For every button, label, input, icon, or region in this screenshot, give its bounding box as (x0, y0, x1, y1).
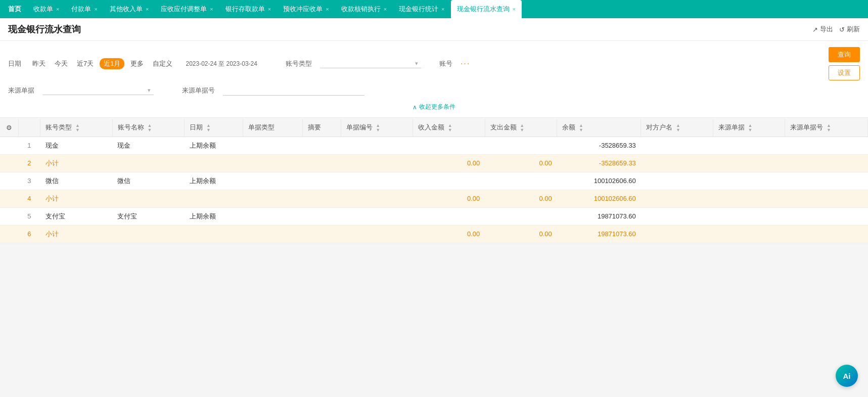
nav-close-ar-ap-adjust[interactable]: × (210, 0, 213, 18)
col-header-account-type[interactable]: 账号类型 ▲▼ (40, 119, 113, 137)
row-doc-no (341, 190, 413, 207)
col-header-doc-no[interactable]: 单据编号 ▲▼ (341, 119, 413, 137)
row-income (413, 172, 485, 190)
row-date: 上期余额 (185, 207, 243, 225)
nav-item-home[interactable]: 首页 (2, 0, 27, 18)
date-btn-更多[interactable]: 更多 (127, 58, 147, 69)
nav-close-payment[interactable]: × (94, 0, 97, 18)
row-gear (0, 154, 18, 172)
nav-item-payment[interactable]: 付款单× (65, 0, 103, 18)
nav-item-other-income[interactable]: 其他收入单× (104, 0, 155, 18)
row-source-doc (713, 154, 785, 172)
refresh-button[interactable]: ↺ 刷新 (839, 25, 860, 34)
date-btn-近1月[interactable]: 近1月 (100, 58, 124, 69)
nav-item-ar-ap-adjust[interactable]: 应收应付调整单× (155, 0, 219, 18)
nav-close-receipt-verify[interactable]: × (384, 0, 387, 18)
col-header-account-name[interactable]: 账号名称 ▲▼ (112, 119, 185, 137)
collapse-label: 收起更多条件 (419, 103, 455, 111)
nav-close-other-income[interactable]: × (146, 0, 149, 18)
account-type-arrow: ▾ (415, 60, 418, 67)
nav-close-cash-bank-stat[interactable]: × (441, 0, 444, 18)
row-summary (302, 137, 341, 154)
main-table: ⚙ 账号类型 ▲▼ 账号名称 ▲▼ 日期 ▲▼ 单据类型 摘要 单据编号 ▲▼ … (0, 119, 868, 243)
settings-button[interactable]: 设置 (829, 65, 860, 80)
row-summary (302, 172, 341, 190)
row-doc-no (341, 207, 413, 225)
row-income: 0.00 (413, 154, 485, 172)
date-quick-buttons: 昨天今天近7天近1月更多自定义 (29, 58, 175, 69)
nav-close-cash-bank-flow[interactable]: × (513, 0, 516, 18)
row-doc-no (341, 154, 413, 172)
table-header-row: ⚙ 账号类型 ▲▼ 账号名称 ▲▼ 日期 ▲▼ 单据类型 摘要 单据编号 ▲▼ … (0, 119, 868, 137)
col-header-expense[interactable]: 支出金额 ▲▼ (485, 119, 557, 137)
nav-item-advance-ar[interactable]: 预收冲应收单× (277, 0, 335, 18)
nav-item-cash-bank-stat[interactable]: 现金银行统计× (393, 0, 450, 18)
query-button[interactable]: 查询 (829, 47, 860, 62)
row-account-name: 支付宝 (112, 207, 185, 225)
row-income: 0.00 (413, 190, 485, 207)
col-header-doc-type: 单据类型 (243, 119, 303, 137)
nav-close-receipt[interactable]: × (56, 0, 59, 18)
col-header-source-doc-no[interactable]: 来源单据号 ▲▼ (785, 119, 868, 137)
date-btn-近7天[interactable]: 近7天 (74, 58, 97, 69)
nav-close-advance-ar[interactable]: × (326, 0, 329, 18)
row-doc-type (243, 154, 303, 172)
row-summary (302, 190, 341, 207)
row-income: 0.00 (413, 225, 485, 243)
collapse-bar[interactable]: ∧ 收起更多条件 (8, 101, 860, 113)
nav-item-bank-deposit[interactable]: 银行存取款单× (219, 0, 277, 18)
gear-column-header[interactable]: ⚙ (0, 119, 18, 137)
row-account-type: 现金 (40, 137, 113, 154)
col-header-balance[interactable]: 余额 ▲▼ (557, 119, 641, 137)
row-account-type: 小计 (40, 225, 113, 243)
account-num-label: 账号 (439, 59, 452, 68)
source-doc-select[interactable]: ▾ (42, 86, 154, 95)
row-doc-no (341, 137, 413, 154)
row-date: 上期余额 (185, 137, 243, 154)
row-source-doc-no (785, 154, 868, 172)
table-row: 3微信微信上期余额100102606.60 (0, 172, 868, 190)
col-header-date[interactable]: 日期 ▲▼ (185, 119, 243, 137)
row-expense: 0.00 (485, 190, 557, 207)
date-btn-今天[interactable]: 今天 (52, 58, 71, 69)
row-doc-type (243, 172, 303, 190)
row-source-doc-no (785, 207, 868, 225)
row-source-doc-no (785, 172, 868, 190)
row-source-doc-no (785, 225, 868, 243)
row-num: 5 (18, 207, 40, 225)
table-container: ⚙ 账号类型 ▲▼ 账号名称 ▲▼ 日期 ▲▼ 单据类型 摘要 单据编号 ▲▼ … (0, 119, 868, 243)
row-expense (485, 137, 557, 154)
row-balance: 19871073.60 (557, 225, 641, 243)
nav-item-cash-bank-flow[interactable]: 现金银行流水查询× (451, 0, 522, 18)
col-header-source-doc[interactable]: 来源单据 ▲▼ (713, 119, 785, 137)
export-icon: ↗ (812, 26, 818, 33)
row-counterparty (641, 190, 713, 207)
row-balance: 100102606.60 (557, 172, 641, 190)
account-type-label: 账号类型 (286, 59, 312, 68)
row-account-type: 小计 (40, 190, 113, 207)
row-account-name: 现金 (112, 137, 185, 154)
nav-item-receipt[interactable]: 收款单× (27, 0, 65, 18)
export-button[interactable]: ↗ 导出 (812, 25, 833, 34)
row-account-name (112, 190, 185, 207)
date-btn-自定义[interactable]: 自定义 (150, 58, 175, 69)
table-row: 2小计0.000.00-3528659.33 (0, 154, 868, 172)
date-btn-昨天[interactable]: 昨天 (29, 58, 49, 69)
account-num-dots[interactable]: ··· (461, 59, 470, 68)
filter-area: 日期 昨天今天近7天近1月更多自定义 2023-02-24 至 2023-03-… (0, 41, 868, 118)
row-account-name: 微信 (112, 172, 185, 190)
col-header-counterparty[interactable]: 对方户名 ▲▼ (641, 119, 713, 137)
source-doc-num-label: 来源单据号 (182, 86, 215, 95)
header-actions: ↗ 导出 ↺ 刷新 (812, 25, 860, 34)
source-doc-num-input[interactable] (223, 85, 364, 96)
row-doc-type (243, 137, 303, 154)
col-header-income[interactable]: 收入金额 ▲▼ (413, 119, 485, 137)
refresh-icon: ↺ (839, 26, 845, 33)
row-counterparty (641, 154, 713, 172)
row-doc-type (243, 207, 303, 225)
account-type-select[interactable]: ▾ (320, 59, 421, 68)
nav-item-receipt-verify[interactable]: 收款核销执行× (335, 0, 393, 18)
row-source-doc (713, 172, 785, 190)
table-head: ⚙ 账号类型 ▲▼ 账号名称 ▲▼ 日期 ▲▼ 单据类型 摘要 单据编号 ▲▼ … (0, 119, 868, 137)
nav-close-bank-deposit[interactable]: × (268, 0, 271, 18)
